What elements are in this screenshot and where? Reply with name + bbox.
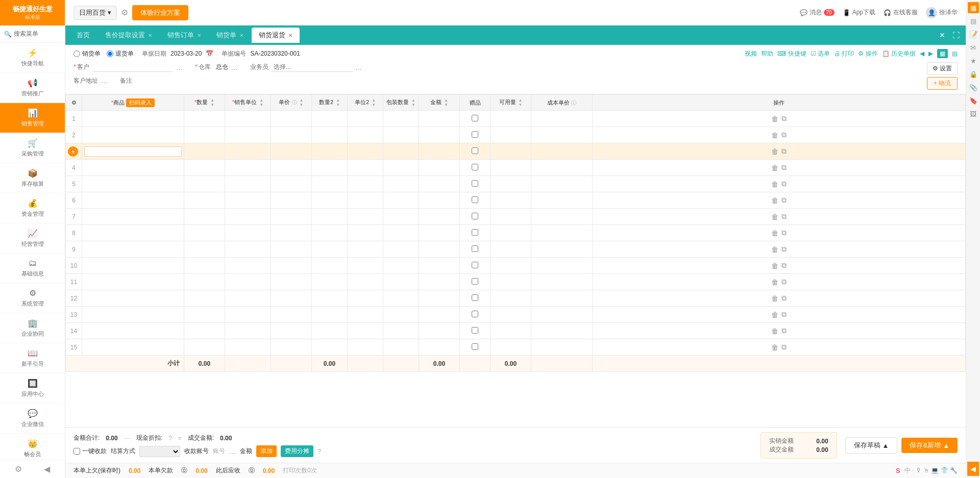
copy-icon[interactable]: ⧉ [781,310,787,319]
price-cell[interactable] [271,143,312,160]
copy-icon[interactable]: ⧉ [781,147,787,156]
tab-sales-return[interactable]: 销货退货 ✕ [252,28,300,43]
calendar-icon[interactable]: 📅 [206,50,213,57]
copy-icon[interactable]: ⧉ [781,114,787,123]
next-record-btn[interactable]: ▶ [928,50,933,57]
delete-icon[interactable]: 🗑 [771,245,778,254]
available-sort[interactable]: ▲▼ [519,98,523,107]
radio-return[interactable]: 退货单 [107,49,134,58]
industry-select[interactable]: 日用百货 ▾ [74,6,117,20]
online-service-btn[interactable]: 🎧 在线客服 [884,8,918,17]
gift-checkbox[interactable] [472,115,478,121]
delete-icon[interactable]: 🗑 [771,147,778,156]
price-cell[interactable] [271,111,312,127]
delete-icon[interactable]: 🗑 [771,262,778,270]
price-cell[interactable] [271,127,312,143]
copy-icon[interactable]: ⧉ [781,131,787,139]
qty2-sort[interactable]: ▲▼ [336,98,340,107]
gift-checkbox[interactable] [472,213,478,219]
sidebar-item-member[interactable]: 👑 畅会员 [0,434,65,460]
app-download-btn[interactable]: 📱 App下载 [843,8,875,17]
salesperson-dots[interactable]: ... [355,63,362,72]
radio-sales[interactable]: 销货单 [74,49,101,58]
gift-checkbox[interactable] [472,147,478,154]
calc-method-select[interactable] [139,446,180,457]
sidebar-item-operation[interactable]: 📈 经营管理 [0,223,65,254]
delete-icon[interactable]: 🗑 [771,213,778,221]
customer-dots[interactable]: ... [176,63,183,72]
product-cell-active[interactable] [82,143,184,160]
copy-icon[interactable]: ⧉ [781,343,787,351]
delete-icon[interactable]: 🗑 [771,196,778,205]
tab-sales-return-close[interactable]: ✕ [288,33,292,38]
close-tab-btn[interactable]: ✕ [937,30,947,40]
gift-checkbox[interactable] [472,196,478,203]
gift-checkbox[interactable] [472,164,478,170]
right-icon-mail[interactable]: ✉ [968,42,979,53]
delete-icon[interactable]: 🗑 [771,131,778,139]
save-draft-btn[interactable]: 保存草稿 ▲ [845,437,898,454]
sidebar-item-marketing[interactable]: 📢 营销推广 [0,73,65,103]
sidebar-item-basic[interactable]: 🗂 基础信息 [0,254,65,283]
unit2-cell[interactable] [348,111,383,127]
delete-icon[interactable]: 🗑 [771,327,778,335]
video-btn[interactable]: 视频 [745,49,757,58]
gift-cell[interactable] [460,127,491,143]
sidebar-item-guide[interactable]: 📖 新手引导 [0,343,65,373]
gift-checkbox[interactable] [472,311,478,317]
gift-checkbox[interactable] [472,327,478,334]
quick-payment-checkbox[interactable]: 一键收款 [74,447,107,456]
gift-checkbox[interactable] [472,131,478,138]
right-icon-note[interactable]: 📝 [968,29,979,40]
unit2-sort[interactable]: ▲▼ [372,98,376,107]
delete-icon[interactable]: 🗑 [771,180,778,188]
sidebar-item-finance[interactable]: 💰 资金管理 [0,193,65,223]
gift-cell[interactable] [460,143,491,160]
barcode-btn[interactable]: 扫码录入 [126,98,155,107]
copy-icon[interactable]: ⧉ [781,196,787,205]
amount-cell[interactable] [419,111,460,127]
qty2-cell[interactable] [312,127,348,143]
account-dots[interactable]: ... [229,447,236,456]
qty2-cell[interactable] [312,111,348,127]
copy-icon[interactable]: ⧉ [781,212,787,221]
tab-price[interactable]: 售价提取设置 ✕ [98,28,159,43]
sidebar-item-system[interactable]: ⚙ 系统管理 [0,283,65,313]
settings-side-btn[interactable]: ⚙ 设置 [927,62,958,75]
right-icon-grid2[interactable]: ▤ [968,15,979,27]
warehouse-dots[interactable]: ... [231,63,238,72]
right-icon-bookmark[interactable]: 🔖 [968,95,979,106]
gift-checkbox[interactable] [472,343,478,350]
tab-sales[interactable]: 销货单 ✕ [209,28,251,43]
amount-cell[interactable] [419,143,460,160]
right-icon-image[interactable]: 🖼 [968,108,979,119]
right-icon-lock[interactable]: 🔒 [968,68,979,80]
gift-checkbox[interactable] [472,262,478,268]
amount-sort[interactable]: ▲▼ [444,98,448,107]
gift-cell[interactable] [460,111,491,127]
gift-checkbox[interactable] [472,180,478,187]
tab-home[interactable]: 首页 [69,28,97,43]
unit-cell[interactable] [225,143,271,160]
delete-icon[interactable]: 🗑 [771,164,778,172]
view-grid-btn[interactable]: ▦ [937,49,948,58]
add-payment-btn[interactable]: 添加 [256,445,277,457]
sidebar-item-wechat[interactable]: 💬 企业微信 [0,404,65,434]
pkg-cell[interactable] [383,143,419,160]
amount-cell[interactable] [419,127,460,143]
qty2-cell[interactable] [312,143,348,160]
delete-icon[interactable]: 🗑 [771,229,778,237]
copy-icon[interactable]: ⧉ [781,163,787,172]
message-btn[interactable]: 💬 消息 70 [800,8,835,17]
copy-icon[interactable]: ⧉ [781,261,787,270]
copy-icon[interactable]: ⧉ [781,229,787,237]
sidebar-item-appstore[interactable]: 🔲 应用中心 [0,373,65,404]
maximize-btn[interactable]: ⛶ [950,30,962,40]
tab-price-close[interactable]: ✕ [148,33,152,38]
gift-checkbox[interactable] [472,294,478,301]
gift-checkbox[interactable] [472,245,478,252]
sidebar-item-purchase[interactable]: 🛒 采购管理 [0,133,65,163]
search-menu[interactable]: 🔍 搜索菜单 [0,26,65,43]
shortcut-btn[interactable]: ⌨ 快捷键 [777,49,806,58]
qty-sort[interactable]: ▲▼ [210,98,214,107]
